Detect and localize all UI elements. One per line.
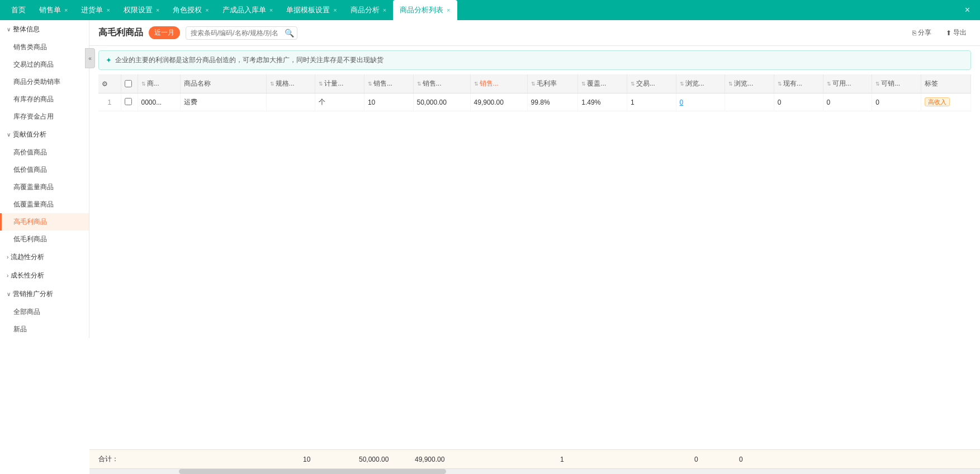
cell-index: 1 xyxy=(98,93,121,111)
sidebar-item-low-value[interactable]: 低价值商品 xyxy=(0,161,89,179)
close-template-icon[interactable]: × xyxy=(333,7,337,13)
sidebar-item-all-goods[interactable]: 全部商品 xyxy=(0,303,89,321)
nav-product-analysis[interactable]: 商品分析 × xyxy=(344,0,393,20)
window-close-button[interactable]: × xyxy=(959,5,976,15)
col-sales3[interactable]: ⇅ 销售... xyxy=(470,74,527,93)
data-table-wrapper[interactable]: ⚙ ⇅ 商... 商品名称 xyxy=(89,74,980,449)
share-icon: ⎘ xyxy=(912,29,916,37)
nav-role-auth[interactable]: 角色授权 × xyxy=(166,0,215,20)
cell-gross-rate: 99.8% xyxy=(527,93,578,111)
sort-icon-9: ⇅ xyxy=(631,81,635,87)
col-stock[interactable]: ⇅ 现有... xyxy=(774,74,823,93)
page-title: 高毛利商品 xyxy=(98,27,143,39)
row-checkbox[interactable] xyxy=(125,98,132,105)
sidebar-item-category-rate[interactable]: 商品分类助销率 xyxy=(0,73,89,91)
arrow-icon-4: › xyxy=(7,273,8,279)
close-permission-icon[interactable]: × xyxy=(156,7,159,13)
col-sellable[interactable]: ⇅ 可销... xyxy=(872,74,921,93)
nav-purchase-order[interactable]: 进货单 × xyxy=(74,0,116,20)
sidebar-item-low-coverage[interactable]: 低覆盖量商品 xyxy=(0,196,89,213)
col-browse2[interactable]: ⇅ 浏览... xyxy=(725,74,774,93)
settings-icon[interactable]: ⚙ xyxy=(102,80,108,88)
cell-available: 0 xyxy=(823,93,872,111)
cell-sales1: 10 xyxy=(364,93,413,111)
filter-period-button[interactable]: 近一月 xyxy=(149,26,180,39)
sidebar-item-high-margin[interactable]: 高毛利商品 xyxy=(0,213,89,231)
close-analysis-icon[interactable]: × xyxy=(383,7,386,13)
cell-browse2 xyxy=(725,93,774,111)
col-transactions[interactable]: ⇅ 交易... xyxy=(627,74,676,93)
cell-spec xyxy=(266,93,315,111)
sidebar-group-trend[interactable]: › 流趋性分析 xyxy=(0,248,89,266)
col-code[interactable]: ⇅ 商... xyxy=(138,74,180,93)
product-table: ⚙ ⇅ 商... 商品名称 xyxy=(98,74,971,111)
sort-icon-2: ⇅ xyxy=(270,81,274,87)
col-sales1[interactable]: ⇅ 销售... xyxy=(364,74,413,93)
sort-icon-4: ⇅ xyxy=(368,81,372,87)
footer-totals: 合计： 10 50,000.00 49,900.00 1 0 0 xyxy=(89,449,980,468)
close-role-auth-icon[interactable]: × xyxy=(205,7,209,13)
select-all-checkbox[interactable] xyxy=(125,80,132,87)
col-gross-rate[interactable]: ⇅ 毛利率 xyxy=(527,74,578,93)
sidebar-group-contribution[interactable]: ∨ 贡献值分析 xyxy=(0,125,89,144)
col-sales2[interactable]: ⇅ 销售... xyxy=(413,74,470,93)
close-purchase-order-icon[interactable]: × xyxy=(106,7,110,13)
nav-product-analysis-list[interactable]: 商品分析列表 × xyxy=(393,0,457,20)
info-banner: ✦ 企业的主要的利润都是这部分商品创造的，可考虑加大推广，同时关注库存是不要出现… xyxy=(98,50,971,70)
content-area: 高毛利商品 近一月 🔍 ⎘ 分享 ⬆ 导出 ✦ 企业的主要的利润都是这部分商品创… xyxy=(89,20,980,474)
sidebar-group-overall[interactable]: ∨ 整体信息 xyxy=(0,20,89,39)
cell-sellable: 0 xyxy=(872,93,921,111)
close-finished-goods-icon[interactable]: × xyxy=(269,7,273,13)
col-name[interactable]: 商品名称 xyxy=(180,74,266,93)
nav-sales-order[interactable]: 销售单 × xyxy=(32,0,74,20)
sort-icon-5: ⇅ xyxy=(417,81,422,87)
sort-icon-14: ⇅ xyxy=(875,81,880,87)
cell-unit: 个 xyxy=(315,93,364,111)
col-browse1[interactable]: ⇅ 浏览... xyxy=(676,74,725,93)
sort-icon-12: ⇅ xyxy=(778,81,782,87)
search-wrapper: 🔍 xyxy=(186,26,297,40)
cell-browse1[interactable]: 0 xyxy=(676,93,725,111)
arrow-icon-5: ∨ xyxy=(7,291,11,297)
sidebar-item-new-goods[interactable]: 新品 xyxy=(0,321,89,338)
sidebar-item-sales-goods[interactable]: 销售类商品 xyxy=(0,39,89,56)
sidebar-item-in-stock[interactable]: 有库存的商品 xyxy=(0,91,89,108)
sidebar-item-high-coverage[interactable]: 高覆盖量商品 xyxy=(0,179,89,196)
col-coverage[interactable]: ⇅ 覆盖... xyxy=(578,74,627,93)
nav-permission-settings[interactable]: 权限设置 × xyxy=(117,0,166,20)
sort-icon-11: ⇅ xyxy=(728,81,733,87)
nav-template-settings[interactable]: 单据模板设置 × xyxy=(280,0,343,20)
share-button[interactable]: ⎘ 分享 xyxy=(908,26,936,40)
sidebar-group-marketing[interactable]: ∨ 营销推广分析 xyxy=(0,285,89,303)
sidebar-item-high-value[interactable]: 高价值商品 xyxy=(0,144,89,161)
sidebar-item-stock-capital[interactable]: 库存资金占用 xyxy=(0,108,89,125)
sort-icon-6: ⇅ xyxy=(474,81,479,87)
horizontal-scrollbar[interactable] xyxy=(89,468,980,474)
export-button[interactable]: ⬆ 导出 xyxy=(941,26,971,40)
nav-home[interactable]: 首页 xyxy=(4,0,32,20)
sidebar-item-low-margin[interactable]: 低毛利商品 xyxy=(0,231,89,248)
col-unit[interactable]: ⇅ 计量... xyxy=(315,74,364,93)
sort-icon-13: ⇅ xyxy=(827,81,831,87)
search-input[interactable] xyxy=(186,26,297,40)
close-sales-order-icon[interactable]: × xyxy=(64,7,68,13)
sidebar-group-growth[interactable]: › 成长性分析 xyxy=(0,266,89,285)
col-available[interactable]: ⇅ 可用... xyxy=(823,74,872,93)
arrow-icon-2: ∨ xyxy=(7,132,11,138)
top-navigation: 首页 销售单 × 进货单 × 权限设置 × 角色授权 × 产成品入库单 × 单据… xyxy=(0,0,980,20)
cell-transactions: 1 xyxy=(627,93,676,111)
sort-icon-10: ⇅ xyxy=(680,81,684,87)
col-spec[interactable]: ⇅ 规格... xyxy=(266,74,315,93)
close-analysis-list-icon[interactable]: × xyxy=(447,7,450,13)
sidebar-item-traded-goods[interactable]: 交易过的商品 xyxy=(0,56,89,73)
col-tag[interactable]: 标签 xyxy=(921,74,970,93)
arrow-icon: ∨ xyxy=(7,26,11,32)
sidebar-collapse-button[interactable]: « xyxy=(85,48,95,68)
cell-name: 运费 xyxy=(180,93,266,111)
nav-finished-goods[interactable]: 产成品入库单 × xyxy=(216,0,280,20)
cell-checkbox[interactable] xyxy=(121,93,138,111)
sort-icon: ⇅ xyxy=(141,81,146,87)
search-button[interactable]: 🔍 xyxy=(285,29,294,37)
arrow-icon-3: › xyxy=(7,254,8,260)
footer-values: 10 50,000.00 49,900.00 1 0 0 xyxy=(143,456,971,463)
